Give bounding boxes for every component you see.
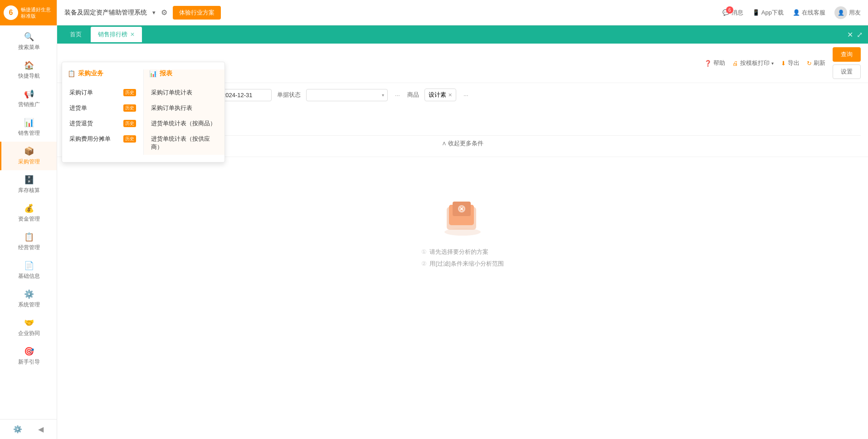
sidebar-item-basic[interactable]: 📄 基础信息 (0, 256, 57, 285)
tab-close-icon[interactable]: ✕ (130, 31, 135, 38)
export-icon: ⬇ (781, 60, 786, 67)
sidebar-item-inventory[interactable]: 🗄️ 库存核算 (0, 170, 57, 199)
guide-icon: 🎯 (24, 346, 34, 356)
query-button[interactable]: 查询 (833, 47, 861, 62)
header-gear-icon[interactable]: ⚙ (161, 8, 167, 17)
industry-btn[interactable]: 体验行业方案 (173, 6, 221, 20)
date-end-input[interactable] (217, 89, 272, 101)
status-dots-btn[interactable]: ··· (393, 92, 402, 99)
purchase-goods-history-badge: 历史 (123, 104, 136, 112)
collapse-icon: ∧ (442, 140, 447, 147)
home-icon: 🏠 (24, 60, 34, 70)
report-col: 📊 报表 采购订单统计表 采购订单执行表 进货单统计表（按商品） (143, 69, 225, 155)
tab-expand-icon[interactable]: ⤢ (857, 30, 863, 39)
sidebar: 6 畅捷通好生意 标准版 🔍 搜索菜单 🏠 快捷导航 📢 营销推广 📊 销售管理… (0, 0, 57, 439)
print-icon: 🖨 (732, 60, 738, 67)
sidebar-nav: 🔍 搜索菜单 🏠 快捷导航 📢 营销推广 📊 销售管理 📦 采购管理 🗄️ 库存… (0, 25, 57, 419)
purchase-goods-item[interactable]: 进货单 历史 (68, 100, 138, 116)
sidebar-item-cooperation[interactable]: 🤝 企业协同 (0, 313, 57, 342)
sidebar-settings-icon[interactable]: ⚙️ (13, 425, 22, 434)
empty-illustration (435, 193, 490, 239)
logo-text: 畅捷通好生意 标准版 (21, 6, 51, 20)
tab-sales-rank[interactable]: 销售排行榜 ✕ (91, 27, 142, 42)
operations-icon: 📋 (24, 232, 34, 242)
tab-bar-controls: ✕ ⤢ (847, 30, 863, 39)
search-icon: 🔍 (24, 32, 34, 42)
tab-home[interactable]: 首页 (63, 27, 89, 42)
purchase-dropdown-menu: 📋 采购业务 采购订单 历史 进货单 历史 进货退货 (62, 62, 225, 163)
sidebar-item-sales[interactable]: 📊 销售管理 (0, 113, 57, 142)
service-icon: 👤 (793, 9, 800, 16)
goods-label: 商品 (407, 91, 419, 99)
purchase-order-item[interactable]: 采购订单 历史 (68, 85, 138, 100)
marketing-icon: 📢 (24, 89, 34, 99)
sidebar-item-finance[interactable]: 💰 资金管理 (0, 199, 57, 227)
phone-icon: 📱 (752, 9, 760, 16)
basic-icon: 📄 (24, 261, 34, 271)
sidebar-item-purchase[interactable]: 📦 采购管理 (0, 142, 57, 170)
report-supplier-stats-item[interactable]: 进货单统计表（按供应商） (149, 131, 219, 155)
export-btn[interactable]: ⬇ 导出 (781, 59, 800, 67)
finance-icon: 💰 (24, 203, 34, 213)
purchase-expense-history-badge: 历史 (123, 135, 136, 143)
sidebar-item-quick-nav[interactable]: 🏠 快捷导航 (0, 56, 57, 84)
report-purchase-stats-item[interactable]: 采购订单统计表 (149, 85, 219, 100)
sidebar-collapse-icon[interactable]: ◀ (38, 425, 44, 434)
system-title: 装备及固定资产辅助管理系统 (64, 9, 147, 17)
sidebar-item-system[interactable]: ⚙️ 系统管理 (0, 285, 57, 313)
print-dropdown-icon[interactable]: ▾ (771, 61, 774, 66)
empty-tip-2: ② 用[过滤]条件来缩小分析范围 (421, 258, 503, 270)
help-icon: ❓ (704, 60, 712, 67)
goods-tag: 设计素 ✕ (424, 89, 456, 101)
tab-close-all-icon[interactable]: ✕ (847, 30, 853, 39)
status-label: 单据状态 (277, 91, 301, 99)
goods-tag-close[interactable]: ✕ (448, 92, 452, 98)
empty-tip-1: ① 请先选择要分析的方案 (421, 246, 503, 258)
sidebar-item-marketing[interactable]: 📢 营销推广 (0, 84, 57, 113)
sales-icon: 📊 (24, 118, 34, 128)
notification-badge: 💬 6 (722, 9, 730, 16)
dropdown-columns: 📋 采购业务 采购订单 历史 进货单 历史 进货退货 (62, 66, 224, 158)
cooperation-icon: 🤝 (24, 318, 34, 328)
print-btn[interactable]: 🖨 按模板打印 ▾ (732, 59, 774, 67)
sidebar-item-search[interactable]: 🔍 搜索菜单 (0, 27, 57, 56)
content-area: ❓ 帮助 🖨 按模板打印 ▾ ⬇ 导出 ↻ 刷新 查询 设置 (57, 44, 868, 439)
logo-icon: 6 (4, 5, 18, 20)
purchase-return-item[interactable]: 进货退货 历史 (68, 116, 138, 131)
status-select[interactable] (306, 89, 388, 101)
notification-item[interactable]: 💬 6 消息 (722, 9, 743, 17)
report-col-header: 📊 报表 (149, 69, 219, 80)
notification-count: 6 (726, 6, 733, 14)
header-right: 💬 6 消息 📱 App下载 👤 在线客服 👤 用友 (722, 6, 861, 19)
status-select-wrapper: ▾ (306, 89, 388, 101)
purchase-header-icon: 📋 (68, 70, 75, 77)
sidebar-item-operations[interactable]: 📋 经营管理 (0, 227, 57, 256)
help-btn[interactable]: ❓ 帮助 (704, 59, 725, 67)
header-dropdown-icon[interactable]: ▾ (152, 9, 156, 16)
report-purchase-exec-item[interactable]: 采购订单执行表 (149, 100, 219, 116)
user-item[interactable]: 👤 用友 (834, 6, 861, 19)
purchase-col-header: 📋 采购业务 (68, 69, 138, 80)
sidebar-footer: ⚙️ ◀ (0, 419, 57, 439)
logo: 6 畅捷通好生意 标准版 (0, 0, 57, 25)
settings-button[interactable]: 设置 (833, 64, 861, 79)
top-header: 装备及固定资产辅助管理系统 ▾ ⚙ 体验行业方案 💬 6 消息 📱 App下载 … (57, 0, 868, 25)
inventory-icon: 🗄️ (24, 175, 34, 185)
online-service-item[interactable]: 👤 在线客服 (793, 9, 825, 17)
sidebar-item-guide[interactable]: 🎯 新手引导 (0, 342, 57, 370)
empty-tips: ① 请先选择要分析的方案 ② 用[过滤]条件来缩小分析范围 (421, 246, 503, 270)
purchase-expense-item[interactable]: 采购费用分摊单 历史 (68, 131, 138, 147)
tab-bar: 首页 销售排行榜 ✕ ✕ ⤢ (57, 25, 868, 44)
purchase-icon: 📦 (24, 146, 34, 156)
refresh-icon: ↻ (807, 60, 812, 67)
refresh-btn[interactable]: ↻ 刷新 (807, 59, 825, 67)
report-goods-stats-item[interactable]: 进货单统计表（按商品） (149, 116, 219, 131)
app-download-item[interactable]: 📱 App下载 (752, 9, 784, 17)
purchase-return-history-badge: 历史 (123, 120, 136, 127)
user-avatar: 👤 (834, 6, 847, 19)
goods-dots-btn[interactable]: ··· (462, 92, 470, 99)
main-content: 装备及固定资产辅助管理系统 ▾ ⚙ 体验行业方案 💬 6 消息 📱 App下载 … (57, 0, 868, 439)
system-icon: ⚙️ (24, 289, 34, 299)
report-header-icon: 📊 (149, 70, 157, 77)
empty-state: ① 请先选择要分析的方案 ② 用[过滤]条件来缩小分析范围 (57, 157, 868, 306)
